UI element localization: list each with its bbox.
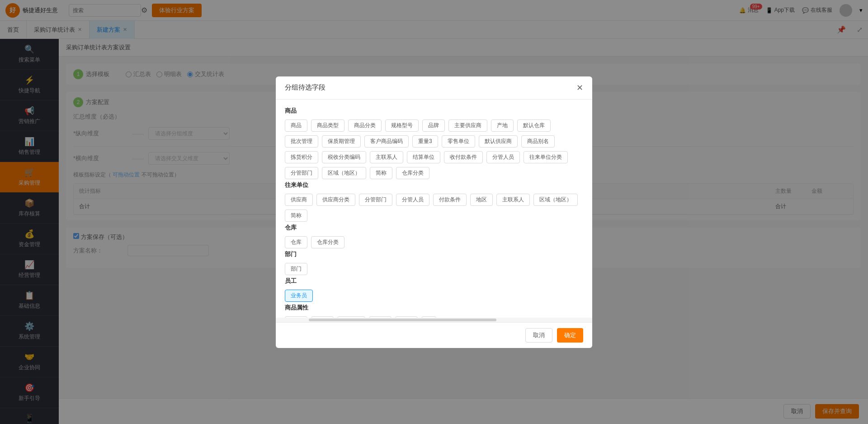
field-tags-商品: 商品商品类型商品分类规格型号品牌主要供应商产地默认仓库批次管理保质期管理客户商品… xyxy=(285,119,583,179)
modal-hscroll xyxy=(276,318,592,322)
modal-overlay: 分组待选字段 ✕ 商品商品商品类型商品分类规格型号品牌主要供应商产地默认仓库批次… xyxy=(0,0,868,424)
field-section-title-往来单位: 往来单位 xyxy=(285,181,583,189)
field-tag[interactable]: 业务员 xyxy=(285,290,313,302)
modal-dialog: 分组待选字段 ✕ 商品商品商品类型商品分类规格型号品牌主要供应商产地默认仓库批次… xyxy=(276,76,592,348)
field-tag[interactable]: 产地 xyxy=(491,119,514,132)
field-tag[interactable]: 仓库 xyxy=(285,236,307,248)
field-tag[interactable]: 品牌 xyxy=(422,119,445,132)
field-tag[interactable]: 主要供应商 xyxy=(448,119,487,132)
field-tag[interactable]: 往来单位分类 xyxy=(524,151,568,163)
field-tag[interactable]: 零售单位 xyxy=(442,135,475,148)
field-tags-往来单位: 供应商供应商分类分管部门分管人员付款条件地区主联系人区域（地区）简称 xyxy=(285,194,583,222)
field-tag[interactable]: 部门 xyxy=(285,263,307,275)
field-tags-部门: 部门 xyxy=(285,263,583,275)
field-tag[interactable]: 商品类型 xyxy=(311,119,344,132)
field-section-员工: 员工业务员 xyxy=(285,277,583,302)
modal-footer: 取消 确定 xyxy=(276,322,592,348)
field-section-部门: 部门部门 xyxy=(285,250,583,275)
field-section-title-员工: 员工 xyxy=(285,277,583,285)
field-tags-员工: 业务员 xyxy=(285,290,583,302)
field-tag[interactable]: 仓库分类 xyxy=(311,236,344,248)
field-section-往来单位: 往来单位供应商供应商分类分管部门分管人员付款条件地区主联系人区域（地区）简称 xyxy=(285,181,583,222)
field-section-title-部门: 部门 xyxy=(285,250,583,258)
field-tag[interactable]: 供应商分类 xyxy=(316,194,355,206)
field-tag[interactable]: 重量3 xyxy=(412,135,438,148)
field-tag[interactable]: 分管部门 xyxy=(285,167,318,179)
field-tag[interactable]: 商品 xyxy=(285,119,307,132)
field-tag[interactable]: 默认仓库 xyxy=(517,119,551,132)
modal-cancel-button[interactable]: 取消 xyxy=(525,328,552,343)
field-tag[interactable]: 主联系人 xyxy=(496,194,530,206)
field-tag[interactable]: 商品分类 xyxy=(348,119,382,132)
field-tag[interactable]: 区域（地区） xyxy=(322,167,366,179)
field-section-商品: 商品商品商品类型商品分类规格型号品牌主要供应商产地默认仓库批次管理保质期管理客户… xyxy=(285,107,583,179)
field-section-title-商品: 商品 xyxy=(285,107,583,115)
field-tag[interactable]: 区域（地区） xyxy=(533,194,578,206)
field-tag[interactable]: 保质期管理 xyxy=(322,135,361,148)
modal-close-button[interactable]: ✕ xyxy=(576,83,583,93)
field-tag[interactable]: 客户商品编码 xyxy=(364,135,409,148)
modal-header: 分组待选字段 ✕ xyxy=(276,76,592,100)
field-tag[interactable]: 简称 xyxy=(285,210,307,222)
field-section-title-仓库: 仓库 xyxy=(285,224,583,232)
field-tag[interactable]: 收付款条件 xyxy=(444,151,483,163)
field-tag[interactable]: 主联系人 xyxy=(370,151,403,163)
field-tag[interactable]: 拣货积分 xyxy=(285,151,318,163)
field-tags-仓库: 仓库仓库分类 xyxy=(285,236,583,248)
modal-hscroll-bar xyxy=(309,319,496,321)
field-tag[interactable]: 批次管理 xyxy=(285,135,318,148)
modal-body[interactable]: 商品商品商品类型商品分类规格型号品牌主要供应商产地默认仓库批次管理保质期管理客户… xyxy=(276,100,592,318)
field-tag[interactable]: 分管人员 xyxy=(486,151,520,163)
field-tag[interactable]: 付款条件 xyxy=(433,194,467,206)
field-section-仓库: 仓库仓库仓库分类 xyxy=(285,224,583,248)
field-tag[interactable]: 地区 xyxy=(470,194,493,206)
modal-confirm-button[interactable]: 确定 xyxy=(557,328,583,343)
field-tag[interactable]: 税收分类编码 xyxy=(322,151,366,163)
field-tag[interactable]: 仓库分类 xyxy=(396,167,429,179)
field-tag[interactable]: 供应商 xyxy=(285,194,313,206)
field-tag[interactable]: 分管人员 xyxy=(396,194,429,206)
field-tag[interactable]: 简称 xyxy=(370,167,392,179)
field-tag[interactable]: 结算单位 xyxy=(407,151,440,163)
field-tag[interactable]: 规格型号 xyxy=(385,119,419,132)
field-section-title-商品属性: 商品属性 xyxy=(285,304,583,312)
field-section-商品属性: 商品属性属性颜色多规格尺码鞋码1 xyxy=(285,304,583,318)
field-tag[interactable]: 默认供应商 xyxy=(479,135,518,148)
field-tag[interactable]: 分管部门 xyxy=(359,194,392,206)
modal-title: 分组待选字段 xyxy=(285,83,326,92)
field-tag[interactable]: 商品别名 xyxy=(521,135,555,148)
